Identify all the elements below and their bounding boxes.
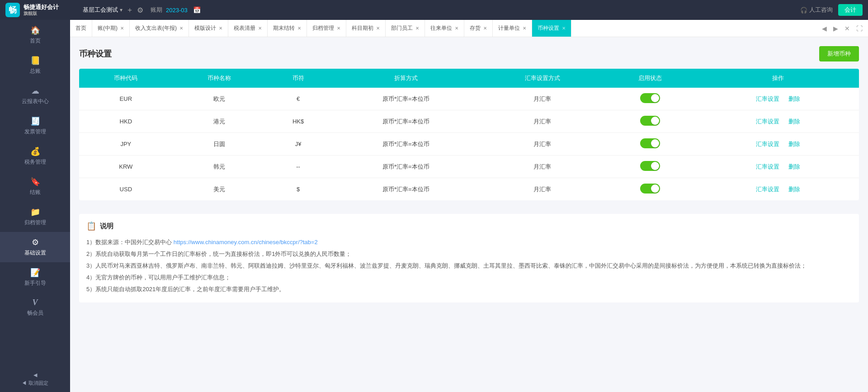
page-header: 币种设置 新增币种 [79,46,859,61]
close-icon[interactable]: ✕ [562,26,566,31]
sidebar-item-invoice[interactable]: 🧾 发票管理 [0,111,70,141]
sidebar-collapse-btn[interactable]: ◀ ◀ 取消固定 [0,367,70,392]
invoice-icon: 🧾 [30,116,40,126]
enable-toggle[interactable] [640,116,660,126]
table-row: EUR 欧元 € 原币*汇率=本位币 月汇率 汇率设置 删除 [79,88,859,110]
rate-setting-link[interactable]: 汇率设置 [756,118,779,125]
cell-symbol: HK$ [266,110,330,133]
close-icon[interactable]: ✕ [258,26,262,31]
sidebar-item-archive[interactable]: 📁 归档管理 [0,202,70,232]
tab-template[interactable]: 模版设计 ✕ [189,20,228,37]
collapse-label: ◀ 取消固定 [22,380,48,387]
tab-expand-button[interactable]: ⛶ [854,24,864,33]
rate-setting-link[interactable]: 汇率设置 [756,163,779,170]
sidebar-item-guide[interactable]: 📝 新手引导 [0,262,70,293]
notice-item: 5）系统只能自动抓取2021年度后的汇率，之前年度汇率需要用户手工维护。 [86,283,852,295]
add-org-icon[interactable]: ＋ [126,5,133,15]
tab-filing[interactable]: 归档管理 ✕ [307,20,346,37]
delete-link[interactable]: 删除 [788,141,800,147]
period-value: 2023-03 [166,7,188,14]
tab-close-all-button[interactable]: ✕ [843,24,852,33]
close-icon[interactable]: ✕ [455,26,458,31]
enable-toggle[interactable] [640,138,660,148]
cell-code: HKD [79,110,173,133]
account-button[interactable]: 会计 [838,4,863,16]
cell-rate-type: 月汇率 [481,178,604,201]
tab-label-period-end: 期末结转 [273,24,295,32]
notice-item: 1）数据来源：中国外汇交易中心 https://www.chinamoney.c… [86,236,852,248]
tax-icon: 💰 [30,146,40,156]
tab-income[interactable]: 收入支出表(年报) ✕ [130,20,189,37]
tab-subject[interactable]: 科目期初 ✕ [346,20,386,37]
sidebar-item-member[interactable]: V 畅会员 [0,293,70,322]
cell-symbol: $ [266,178,330,201]
notice-link[interactable]: https://www.chinamoney.com.cn/chinese/bk… [174,239,318,246]
notice-icon: 📋 [86,221,96,231]
member-icon: V [32,298,38,307]
cell-rate-type: 月汇率 [481,110,604,133]
delete-link[interactable]: 删除 [788,118,800,125]
sidebar-item-ledger[interactable]: 📒 总账 [0,50,70,80]
col-status: 启用状态 [604,69,697,88]
tab-period-end[interactable]: 期末结转 ✕ [268,20,307,37]
close-icon[interactable]: ✕ [523,26,526,31]
rate-setting-link[interactable]: 汇率设置 [756,141,779,147]
new-currency-button[interactable]: 新增币种 [819,46,859,61]
close-icon[interactable]: ✕ [415,26,419,31]
close-icon[interactable]: ✕ [219,26,222,31]
currency-table: 币种代码 币种名称 币符 折算方式 汇率设置方式 启用状态 操作 EUR 欧 [79,69,859,200]
close-icon[interactable]: ✕ [337,26,340,31]
notice-list: 1）数据来源：中国外汇交易中心 https://www.chinamoney.c… [86,236,852,295]
topbar-middle: 基层工会测试 ▾ ＋ ⚙ 账期 2023-03 📅 [75,5,800,15]
gear-icon: ⚙ [32,237,39,247]
col-calc: 折算方式 [330,69,481,88]
tab-contacts[interactable]: 往来单位 ✕ [425,20,464,37]
org-selector[interactable]: 基层工会测试 ▾ [83,6,123,14]
enable-toggle[interactable] [640,93,660,103]
close-icon[interactable]: ✕ [120,26,124,31]
tab-dept[interactable]: 部门员工 ✕ [386,20,425,37]
delete-link[interactable]: 删除 [788,163,800,170]
tab-currency[interactable]: 币种设置 ✕ [532,20,571,37]
close-icon[interactable]: ✕ [179,26,183,31]
sidebar-item-settings[interactable]: ⚙ 基础设置 [0,232,70,262]
tab-period[interactable]: 账(中期) ✕ [92,20,130,37]
tab-inventory[interactable]: 存货 ✕ [464,20,493,37]
chevron-down-icon: ▾ [120,7,123,13]
sidebar-item-report[interactable]: ☁ 云报表中心 [0,80,70,111]
close-icon[interactable]: ✕ [297,26,301,31]
cell-rate-type: 月汇率 [481,156,604,178]
sidebar-label-tax: 税务管理 [24,158,46,166]
cell-toggle [604,88,697,110]
content-area: 首页 账(中期) ✕ 收入支出表(年报) ✕ 模版设计 ✕ 税表清册 ✕ [70,20,868,392]
tab-tax-table[interactable]: 税表清册 ✕ [228,20,268,37]
ledger-icon: 📒 [30,56,40,66]
tab-unit[interactable]: 计量单位 ✕ [493,20,532,37]
tab-next-button[interactable]: ▶ [831,24,840,33]
calendar-icon[interactable]: 📅 [193,6,201,14]
archive-icon: 📁 [30,207,40,217]
enable-toggle[interactable] [640,161,660,171]
rate-setting-link[interactable]: 汇率设置 [756,186,779,193]
help-button[interactable]: 🎧 人工咨询 [800,6,833,14]
rate-setting-link[interactable]: 汇率设置 [756,95,779,102]
close-icon[interactable]: ✕ [483,26,487,31]
settings-icon[interactable]: ⚙ [137,6,143,14]
enable-toggle[interactable] [640,184,660,194]
delete-link[interactable]: 删除 [788,95,800,102]
logo-text: 畅捷通好会计 旗舰版 [24,4,59,16]
delete-link[interactable]: 删除 [788,186,800,193]
sidebar-item-tax[interactable]: 💰 税务管理 [0,141,70,171]
top-bar: 畅 畅捷通好会计 旗舰版 基层工会测试 ▾ ＋ ⚙ 账期 2023-03 📅 🎧… [0,0,868,20]
sidebar-item-checkout[interactable]: 🔖 结账 [0,171,70,202]
tab-home[interactable]: 首页 [70,20,92,37]
tab-prev-button[interactable]: ◀ [820,24,829,33]
tab-label-tax-table: 税表清册 [234,24,255,32]
close-icon[interactable]: ✕ [376,26,380,31]
sidebar-label-archive: 归档管理 [24,219,46,227]
guide-icon: 📝 [30,268,40,278]
sidebar-item-home[interactable]: 🏠 首页 [0,20,70,50]
cell-code: JPY [79,133,173,156]
cell-name: 日圆 [173,133,266,156]
notice-title: 📋 说明 [86,221,852,231]
